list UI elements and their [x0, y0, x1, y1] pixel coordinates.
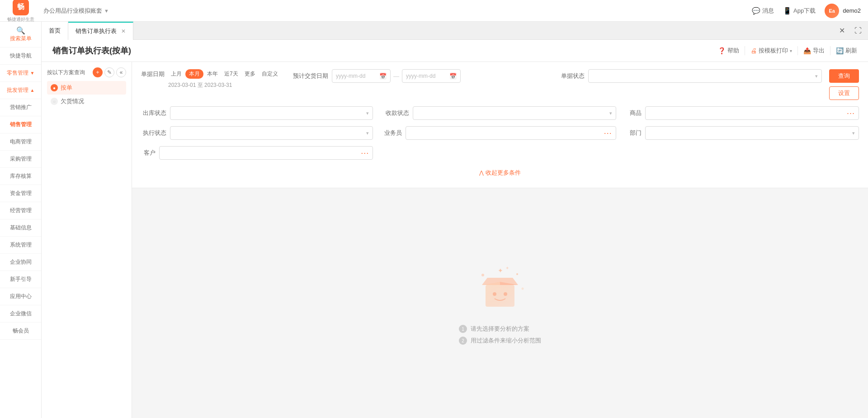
sidebar-item-purchase[interactable]: 采购管理 [0, 151, 41, 168]
sidebar-item-search[interactable]: 🔍 搜索菜单 [0, 22, 41, 48]
tip-num-2: 2 [459, 337, 467, 345]
sidebar: 🔍 搜索菜单 快捷导航 零售管理 ▼ 批发管理 ▲ 营销推广 销售管理 电商管理 [0, 22, 42, 418]
action-buttons: 查询 设置 [829, 69, 859, 100]
date-tabs-row: 单据日期 上月 本月 本年 近7天 更多 自定义 [141, 69, 286, 79]
scheme-dot-normal: ○ [51, 98, 58, 105]
page-actions: ❓ 帮助 🖨 按模板打印 ▾ 📤 导出 [718, 46, 857, 55]
sidebar-item-operations[interactable]: 经营管理 [0, 202, 41, 219]
tip-text-1: 请先选择要分析的方案 [471, 325, 529, 333]
logo: 畅 畅捷通好生意 [7, 0, 34, 23]
export-btn[interactable]: 📤 导出 [803, 47, 825, 55]
scheme-collapse-btn[interactable]: « [116, 67, 126, 77]
sidebar-item-quick-nav[interactable]: 快捷导航 [0, 48, 41, 65]
salesperson-input[interactable]: ··· [406, 126, 616, 140]
sidebar-item-wechat[interactable]: 企业微信 [0, 305, 41, 323]
tab-sales-exec[interactable]: 销售订单执行表 ✕ [68, 22, 133, 40]
receipt-status-label: 收款状态 [384, 109, 409, 117]
scheme-dot-active: ● [51, 84, 58, 91]
sidebar-item-marketing[interactable]: 营销推广 [0, 99, 41, 116]
search-btn[interactable]: 查询 [829, 69, 859, 83]
goods-label: 商品 [627, 109, 642, 117]
svg-point-7 [493, 292, 496, 296]
breadcrumb-arrow-icon[interactable]: ▼ [104, 8, 109, 14]
tab-bar: 首页 销售订单执行表 ✕ ✕ ⛶ [42, 22, 868, 40]
page-title: 销售订单执行表(按单) [52, 45, 131, 56]
sidebar-item-sales[interactable]: 销售管理 [0, 116, 41, 133]
salesperson-dots-icon: ··· [604, 128, 612, 138]
wholesale-expand-icon: ▲ [30, 88, 35, 93]
date-tab-last-month[interactable]: 上月 [168, 69, 184, 79]
sidebar-item-enterprise[interactable]: 企业协同 [0, 254, 41, 271]
sidebar-item-vip[interactable]: 畅会员 [0, 323, 41, 340]
svg-text:✦: ✦ [505, 266, 509, 271]
settings-btn[interactable]: 设置 [829, 86, 859, 100]
date-tab-this-month[interactable]: 本月 [185, 69, 203, 79]
sidebar-item-basics[interactable]: 基础信息 [0, 219, 41, 237]
page-header: 销售订单执行表(按单) ❓ 帮助 🖨 按模板打印 ▾ [42, 40, 868, 62]
sidebar-item-ecommerce[interactable]: 电商管理 [0, 133, 41, 151]
expected-date-label: 预计交货日期 [293, 72, 328, 80]
empty-state: ✦ ✦ 1 请先选择要分析的方案 2 用过滤条件来缩小分析范围 [132, 188, 868, 418]
sidebar-item-retail[interactable]: 零售管理 ▼ [0, 65, 41, 82]
scheme-add-btn[interactable]: + [93, 67, 103, 77]
sidebar-item-guide[interactable]: 新手引导 [0, 271, 41, 288]
date-separator: — [393, 73, 399, 80]
exec-status-label: 执行状态 [141, 129, 166, 137]
out-status-select[interactable]: ▾ [170, 106, 373, 120]
sidebar-item-system[interactable]: 系统管理 [0, 237, 41, 254]
customer-field: 客户 ··· [141, 146, 373, 160]
tab-close-all-btn[interactable]: ✕ [835, 24, 848, 37]
bill-status-arrow-icon: ▾ [815, 73, 818, 79]
calendar-icon-end: 📅 [449, 73, 457, 80]
scheme-item-label-1: 按单 [61, 84, 72, 92]
collapse-row: ⋀ 收起更多条件 [141, 165, 859, 180]
bill-status-select[interactable]: ▾ [588, 69, 822, 83]
template-print-btn[interactable]: 🖨 按模板打印 ▾ [750, 47, 792, 55]
help-btn[interactable]: ❓ 帮助 [718, 47, 739, 55]
expected-date-end-input[interactable]: yyyy-mm-dd 📅 [402, 69, 461, 83]
tip-num-1: 1 [459, 325, 467, 333]
expected-date-start-input[interactable]: yyyy-mm-dd 📅 [332, 69, 391, 83]
scheme-item-arrears[interactable]: ○ 欠货情况 [47, 95, 126, 108]
date-tab-this-year[interactable]: 本年 [204, 69, 221, 79]
date-tabs: 上月 本月 本年 近7天 更多 自定义 [168, 69, 281, 79]
collapse-btn[interactable]: ⋀ 收起更多条件 [479, 165, 521, 180]
dept-field: 部门 ▾ [627, 126, 859, 140]
receipt-status-field: 收款状态 ▾ [384, 106, 616, 120]
out-status-arrow-icon: ▾ [366, 110, 369, 116]
goods-input[interactable]: ··· [645, 106, 859, 120]
app-download-btn[interactable]: 📱 App下载 [783, 7, 816, 15]
filter-row-2: 出库状态 ▾ 收款状态 [141, 106, 859, 120]
goods-dots-icon: ··· [847, 109, 855, 118]
receipt-status-select[interactable]: ▾ [413, 106, 616, 120]
svg-point-6 [522, 288, 524, 290]
sidebar-item-appstore[interactable]: 应用中心 [0, 288, 41, 305]
dept-arrow-icon: ▾ [852, 130, 855, 136]
scheme-edit-btn[interactable]: ✎ [104, 67, 114, 77]
sidebar-item-wholesale[interactable]: 批发管理 ▲ [0, 82, 41, 99]
sidebar-item-finance[interactable]: 资金管理 [0, 185, 41, 202]
scheme-item-by-order[interactable]: ● 按单 [47, 81, 126, 95]
receipt-status-arrow-icon: ▾ [609, 110, 612, 116]
date-tab-last-7[interactable]: 近7天 [222, 69, 241, 79]
customer-input[interactable]: ··· [159, 146, 373, 160]
user-area[interactable]: Ea demo2 [825, 4, 861, 18]
avatar: Ea [825, 4, 839, 18]
refresh-label: 刷新 [845, 47, 857, 55]
exec-status-select[interactable]: ▾ [170, 126, 373, 140]
refresh-icon: 🔄 [836, 47, 844, 54]
date-tab-more[interactable]: 更多 [242, 69, 258, 79]
filter-row-4: 客户 ··· [141, 146, 859, 160]
tab-expand-btn[interactable]: ⛶ [852, 24, 864, 37]
message-btn[interactable]: 💬 消息 [752, 7, 774, 15]
print-expand-icon: ▾ [790, 48, 792, 53]
dept-select[interactable]: ▾ [645, 126, 859, 140]
tab-home[interactable]: 首页 [42, 22, 68, 40]
date-tab-custom[interactable]: 自定义 [259, 69, 281, 79]
refresh-btn[interactable]: 🔄 刷新 [836, 47, 857, 55]
date-range-display: 2023-03-01 至 2023-03-31 [141, 81, 286, 89]
tab-close-btn[interactable]: ✕ [121, 28, 126, 34]
date-range-start: 2023-03-01 [168, 82, 196, 88]
app-download-label: App下载 [793, 7, 816, 15]
sidebar-item-inventory[interactable]: 库存核算 [0, 168, 41, 185]
